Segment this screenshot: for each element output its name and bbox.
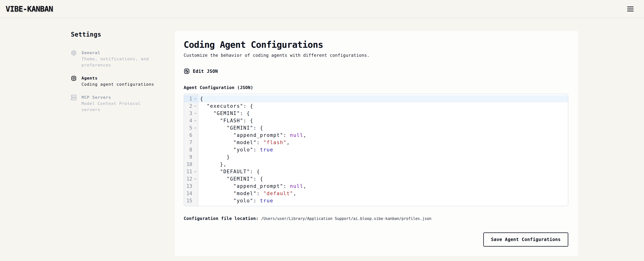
sidebar-item-label: General: [82, 50, 161, 56]
editor-line: 5 "GEMINI": {: [184, 124, 568, 132]
sidebar-item-agents[interactable]: AgentsCoding agent configurations: [71, 75, 162, 87]
fold-spacer: [192, 146, 198, 153]
editor-line: 13 "append_prompt": null,: [184, 183, 568, 190]
editor-line: 4 "FLASH": {: [184, 117, 568, 124]
line-number: 3: [184, 110, 192, 117]
hamburger-menu-icon[interactable]: [626, 6, 635, 13]
editor-gutter: 8: [184, 146, 198, 153]
editor-gutter: 7: [184, 139, 198, 146]
editor-gutter: 15: [184, 197, 198, 204]
code-line[interactable]: },: [198, 161, 568, 168]
editor-line: 11 "DEFAULT": {: [184, 168, 568, 175]
edit-json-label: Edit JSON: [193, 69, 218, 74]
line-number: 8: [184, 146, 192, 153]
editor-line: 12 "GEMINI": {: [184, 175, 568, 183]
editor-line: 10 },: [184, 161, 568, 168]
code-line[interactable]: "model": "flash",: [198, 139, 568, 146]
code-line[interactable]: "append_prompt": null,: [198, 183, 568, 190]
editor-line: 3 "GEMINI": {: [184, 110, 568, 117]
code-line[interactable]: {: [198, 95, 568, 103]
editor-line: 9 }: [184, 153, 568, 161]
editor-line: 1{: [184, 95, 568, 103]
editor-label: Agent Configuration (JSON): [184, 85, 568, 90]
fold-spacer: [192, 161, 198, 168]
gear-icon: [71, 50, 77, 56]
line-number: 2: [184, 103, 192, 110]
code-line[interactable]: "FLASH": {: [198, 117, 568, 124]
editor-line: 2 "executors": {: [184, 103, 568, 110]
fold-chevron-icon[interactable]: [192, 175, 198, 183]
fold-spacer: [192, 153, 198, 161]
file-location-path: /Users/user/Library/Application Support/…: [261, 216, 432, 221]
settings-sidebar: Settings GeneralTheme, notifications, an…: [71, 31, 162, 120]
line-number: 5: [184, 124, 192, 132]
line-number: 14: [184, 190, 192, 197]
code-line[interactable]: "DEFAULT": {: [198, 168, 568, 175]
line-number: 12: [184, 175, 192, 183]
editor-line: 8 "yolo": true: [184, 146, 568, 153]
fold-chevron-icon[interactable]: [192, 117, 198, 124]
sidebar-item-mcp-servers[interactable]: MCP ServersModel Context Protocol server…: [71, 94, 162, 113]
settings-card: Coding Agent Configurations Customize th…: [175, 31, 578, 256]
editor-gutter: 12: [184, 175, 198, 183]
editor-gutter: 13: [184, 183, 198, 190]
line-number: 7: [184, 139, 192, 146]
json-editor[interactable]: 1{2 "executors": {3 "GEMINI": {4 "FLASH"…: [184, 94, 568, 206]
editor-gutter: 5: [184, 124, 198, 132]
fold-chevron-icon[interactable]: [192, 95, 198, 103]
code-line[interactable]: "GEMINI": {: [198, 124, 568, 132]
sidebar-item-label: Agents: [82, 75, 154, 81]
line-number: 10: [184, 161, 192, 168]
cpu-icon: [71, 75, 77, 81]
fold-chevron-icon[interactable]: [192, 103, 198, 110]
sidebar-item-description: Coding agent configurations: [82, 81, 154, 87]
editor-gutter: 1: [184, 95, 198, 103]
fold-spacer: [192, 139, 198, 146]
file-location: Configuration file location: /Users/user…: [184, 216, 568, 221]
editor-gutter: 11: [184, 168, 198, 175]
sidebar-item-description: Model Context Protocol servers: [82, 100, 161, 113]
editor-line: 6 "append_prompt": null,: [184, 132, 568, 139]
fold-spacer: [192, 183, 198, 190]
fold-spacer: [192, 190, 198, 197]
line-number: 4: [184, 117, 192, 124]
editor-gutter: 10: [184, 161, 198, 168]
app-logo[interactable]: VIBE-KANBAN: [6, 5, 53, 13]
editor-gutter: 14: [184, 190, 198, 197]
code-line[interactable]: "GEMINI": {: [198, 110, 568, 117]
square-pen-icon: [184, 68, 190, 74]
sidebar-item-general[interactable]: GeneralTheme, notifications, and prefere…: [71, 50, 162, 68]
code-line[interactable]: "model": "default",: [198, 190, 568, 197]
code-line[interactable]: }: [198, 153, 568, 161]
editor-line: 15 "yolo": true: [184, 197, 568, 204]
code-line[interactable]: "yolo": true: [198, 146, 568, 153]
fold-chevron-icon[interactable]: [192, 110, 198, 117]
editor-gutter: 9: [184, 153, 198, 161]
code-line[interactable]: "yolo": true: [198, 197, 568, 204]
card-actions: Save Agent Configurations: [184, 232, 568, 247]
line-number: 13: [184, 183, 192, 190]
editor-line: 14 "model": "default",: [184, 190, 568, 197]
fold-chevron-icon[interactable]: [192, 168, 198, 175]
edit-json-toggle[interactable]: Edit JSON: [184, 68, 218, 74]
sidebar-item-label: MCP Servers: [82, 94, 161, 100]
page-subtitle: Customize the behavior of coding agents …: [184, 53, 568, 58]
fold-spacer: [192, 197, 198, 204]
line-number: 11: [184, 168, 192, 175]
line-number: 9: [184, 153, 192, 161]
line-number: 1: [184, 95, 192, 103]
editor-line: 7 "model": "flash",: [184, 139, 568, 146]
editor-gutter: 3: [184, 110, 198, 117]
fold-chevron-icon[interactable]: [192, 124, 198, 132]
page-title: Coding Agent Configurations: [184, 39, 568, 50]
editor-gutter: 6: [184, 132, 198, 139]
code-line[interactable]: "executors": {: [198, 103, 568, 110]
sidebar-nav: GeneralTheme, notifications, and prefere…: [71, 50, 162, 113]
server-icon: [71, 95, 77, 100]
save-agent-configurations-button[interactable]: Save Agent Configurations: [483, 232, 568, 247]
fold-spacer: [192, 132, 198, 139]
code-line[interactable]: "append_prompt": null,: [198, 132, 568, 139]
line-number: 6: [184, 132, 192, 139]
code-line[interactable]: "GEMINI": {: [198, 175, 568, 183]
file-location-label: Configuration file location:: [184, 216, 258, 221]
